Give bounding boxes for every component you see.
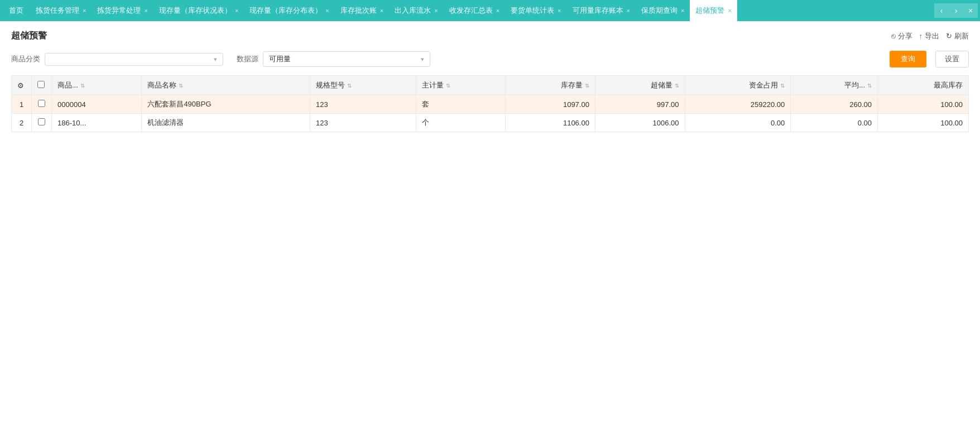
header-actions: ⎋ 分享 ↑ 导出 ↻ 刷新 xyxy=(891,31,969,41)
sort-avg-icon: ⇅ xyxy=(867,83,872,89)
cell-overstock-2: 1006.00 xyxy=(595,114,685,132)
tab-stock-status[interactable]: 现存量（库存状况表） × xyxy=(153,0,244,21)
category-filter-group: 商品分类 ▾ xyxy=(11,53,223,66)
cell-product-code-1: 0000004 xyxy=(52,95,142,114)
cell-stock-2: 1106.00 xyxy=(506,114,595,132)
close-tab-roast-task[interactable]: × xyxy=(83,7,86,14)
tab-avail-stock[interactable]: 可用量库存账本 × xyxy=(567,0,636,21)
cell-spec-2: 123 xyxy=(310,114,416,132)
cell-max-1: 100.00 xyxy=(878,95,969,114)
nav-close-all[interactable]: × xyxy=(963,3,978,18)
table-row: 1 0000004 六配套新昌490BPG 123 套 1097.00 997.… xyxy=(12,95,969,114)
th-gear[interactable]: ⚙ xyxy=(12,76,32,95)
close-tab-stock-batch[interactable]: × xyxy=(380,7,383,14)
table-header-row: ⚙ 商品... ⇅ 商品名称 ⇅ xyxy=(12,76,969,95)
page-content: 超储预警 ⎋ 分享 ↑ 导出 ↻ 刷新 商品分类 ▾ 数据源 xyxy=(0,21,980,446)
tab-quality[interactable]: 保质期查询 × xyxy=(636,0,690,21)
sort-unit-icon: ⇅ xyxy=(446,83,450,89)
datasource-dropdown-icon: ▾ xyxy=(421,56,424,63)
tab-roast-abnormal[interactable]: 拣货异常处理 × xyxy=(92,0,153,21)
datasource-filter-group: 数据源 可用量 ▾ xyxy=(237,51,430,67)
refresh-icon: ↻ xyxy=(946,32,952,40)
category-label: 商品分类 xyxy=(11,54,40,64)
sort-spec-icon: ⇅ xyxy=(347,83,352,89)
refresh-button[interactable]: ↻ 刷新 xyxy=(946,31,969,41)
th-max: 最高库存 xyxy=(878,76,969,95)
export-button[interactable]: ↑ 导出 xyxy=(919,31,940,41)
th-overstock[interactable]: 超储量 ⇅ xyxy=(595,76,685,95)
close-tab-roast-abnormal[interactable]: × xyxy=(144,7,147,14)
table-row: 2 186-10... 机油滤清器 123 个 1106.00 1006.00 … xyxy=(12,114,969,132)
th-product-code[interactable]: 商品... ⇅ xyxy=(52,76,142,95)
row-select-checkbox-2[interactable] xyxy=(38,118,45,125)
share-button[interactable]: ⎋ 分享 xyxy=(891,31,912,41)
share-icon: ⎋ xyxy=(891,32,896,40)
cell-capital-2: 0.00 xyxy=(685,114,791,132)
refresh-label: 刷新 xyxy=(954,31,969,41)
export-label: 导出 xyxy=(925,31,939,41)
tab-recv-send[interactable]: 收发存汇总表 × xyxy=(444,0,505,21)
cell-product-name-2: 机油滤清器 xyxy=(142,114,310,132)
th-product-name[interactable]: 商品名称 ⇅ xyxy=(142,76,310,95)
cell-max-2: 100.00 xyxy=(878,114,969,132)
th-stock[interactable]: 库存量 ⇅ xyxy=(506,76,595,95)
cell-overstock-1: 997.00 xyxy=(595,95,685,114)
top-navigation: 首页 拣货任务管理 × 拣货异常处理 × 现存量（库存状况表） × 现存量（库存… xyxy=(0,0,980,21)
close-tab-stock-status[interactable]: × xyxy=(235,7,238,14)
cell-capital-1: 259220.00 xyxy=(685,95,791,114)
query-button[interactable]: 查询 xyxy=(890,51,926,67)
cell-avg-2: 0.00 xyxy=(791,114,878,132)
cell-stock-1: 1097.00 xyxy=(506,95,595,114)
sort-product-code-icon: ⇅ xyxy=(80,83,85,89)
page-title: 超储预警 xyxy=(11,30,47,42)
tab-stock-batch[interactable]: 库存批次账 × xyxy=(335,0,389,21)
category-select[interactable]: ▾ xyxy=(45,53,223,66)
share-label: 分享 xyxy=(898,31,912,41)
row-num-1: 1 xyxy=(12,95,32,114)
datasource-value: 可用量 xyxy=(269,54,291,64)
th-unit[interactable]: 主计量 ⇅ xyxy=(416,76,506,95)
nav-arrows: ‹ › × xyxy=(934,3,978,18)
filter-row: 商品分类 ▾ 数据源 可用量 ▾ 查询 设置 xyxy=(11,51,969,67)
settings-button[interactable]: 设置 xyxy=(935,51,969,67)
select-all-checkbox[interactable] xyxy=(37,81,45,88)
close-tab-stock-dist[interactable]: × xyxy=(325,7,329,14)
close-tab-overstock[interactable]: × xyxy=(728,7,731,14)
cell-product-name-1: 六配套新昌490BPG xyxy=(142,95,310,114)
page-header: 超储预警 ⎋ 分享 ↑ 导出 ↻ 刷新 xyxy=(11,30,969,42)
category-dropdown-icon: ▾ xyxy=(214,56,217,63)
th-avg[interactable]: 平均... ⇅ xyxy=(791,76,878,95)
th-checkbox[interactable] xyxy=(32,76,52,95)
overstock-table: ⚙ 商品... ⇅ 商品名称 ⇅ xyxy=(11,75,969,132)
cell-unit-1: 套 xyxy=(416,95,506,114)
close-tab-recv-send[interactable]: × xyxy=(496,7,499,14)
tab-stock-dist[interactable]: 现存量（库存分布表） × xyxy=(244,0,334,21)
th-capital[interactable]: 资金占用 ⇅ xyxy=(685,76,791,95)
cell-unit-2: 个 xyxy=(416,114,506,132)
th-spec[interactable]: 规格型号 ⇅ xyxy=(310,76,416,95)
sort-product-name-icon: ⇅ xyxy=(179,83,183,89)
sort-overstock-icon: ⇅ xyxy=(675,83,679,89)
close-tab-avail-stock[interactable]: × xyxy=(627,7,630,14)
tab-overstock[interactable]: 超储预警 × xyxy=(690,0,737,21)
cell-avg-1: 260.00 xyxy=(791,95,878,114)
gear-icon: ⚙ xyxy=(17,81,24,90)
sort-capital-icon: ⇅ xyxy=(780,83,785,89)
nav-right-arrow[interactable]: › xyxy=(949,3,963,18)
cell-spec-1: 123 xyxy=(310,95,416,114)
row-num-2: 2 xyxy=(12,114,32,132)
row-checkbox-2[interactable] xyxy=(32,114,52,132)
row-select-checkbox-1[interactable] xyxy=(38,100,45,107)
row-checkbox-1[interactable] xyxy=(32,95,52,114)
datasource-select[interactable]: 可用量 ▾ xyxy=(263,51,430,67)
close-tab-quality[interactable]: × xyxy=(681,7,684,14)
tab-order-stat[interactable]: 要货单统计表 × xyxy=(505,0,566,21)
nav-home[interactable]: 首页 xyxy=(2,0,30,21)
export-icon: ↑ xyxy=(919,32,923,40)
close-tab-order-stat[interactable]: × xyxy=(558,7,561,14)
close-tab-inout-flow[interactable]: × xyxy=(434,7,438,14)
nav-left-arrow[interactable]: ‹ xyxy=(934,3,949,18)
sort-stock-icon: ⇅ xyxy=(585,83,589,89)
tab-inout-flow[interactable]: 出入库流水 × xyxy=(389,0,443,21)
tab-roast-task[interactable]: 拣货任务管理 × xyxy=(30,0,92,21)
